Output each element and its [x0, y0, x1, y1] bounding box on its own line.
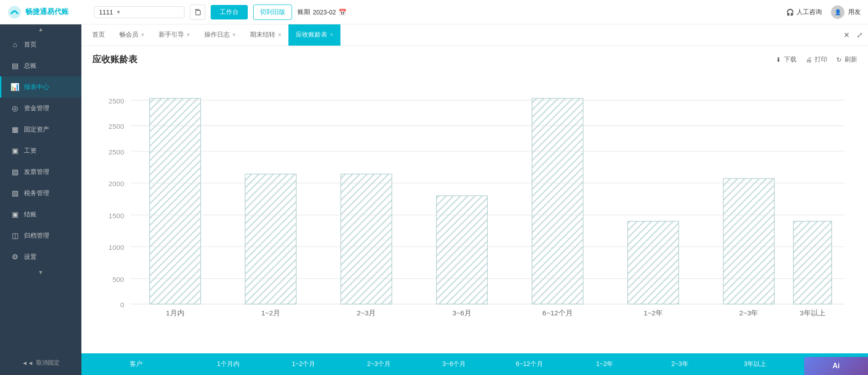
calendar-icon[interactable]: 📅	[339, 9, 346, 16]
tab-home-label: 首页	[92, 31, 105, 39]
print-button[interactable]: 🖨 打印	[806, 56, 827, 64]
bar-5	[532, 98, 583, 304]
invoice-icon: ▨	[10, 168, 19, 176]
sidebar-item-settlement[interactable]: ▣ 结账	[0, 204, 81, 225]
content-area: 首页 畅会员 × 新手引导 × 操作日志 × 期末结转 × 应收账龄表 ×	[81, 24, 868, 375]
sidebar-item-payroll[interactable]: ▣ 工资	[0, 140, 81, 161]
copy-button[interactable]	[190, 5, 205, 20]
assets-icon: ▦	[10, 125, 19, 134]
logo-icon	[7, 5, 22, 19]
user-avatar: 👤	[831, 5, 844, 19]
chevron-down-icon: ▼	[116, 9, 121, 15]
top-header: 畅捷通易代账 1111 ▼ 工作台 切到旧版 账期 2023-02 📅 🎧 人工…	[0, 0, 868, 24]
sidebar-label-tax: 税务管理	[24, 189, 49, 197]
svg-text:1~2月: 1~2月	[261, 309, 280, 317]
tab-period-end[interactable]: 期末结转 ×	[243, 24, 288, 46]
cancel-fixed-label: 取消固定	[36, 359, 60, 367]
logo-text: 畅捷通易代账	[25, 7, 69, 17]
refresh-icon: ↻	[836, 56, 842, 63]
col-1month: 1个月内	[191, 360, 266, 368]
sidebar-scroll-up[interactable]: ▲	[0, 24, 81, 34]
sidebar-item-report-center[interactable]: 📊 报表中心	[0, 76, 81, 98]
copy-icon	[194, 9, 201, 16]
svg-text:2~3年: 2~3年	[739, 309, 758, 317]
download-label: 下载	[784, 56, 797, 64]
refresh-button[interactable]: ↻ 刷新	[836, 56, 857, 64]
col-customer: 客户	[81, 360, 191, 368]
headset-icon: 🎧	[786, 9, 794, 16]
svg-text:1月内: 1月内	[166, 309, 184, 317]
download-icon: ⬇	[776, 56, 781, 63]
tab-expand-button[interactable]: ⤢	[855, 29, 864, 41]
refresh-label: 刷新	[844, 56, 857, 64]
col-2-3month: 2~3个月	[341, 360, 416, 368]
sidebar-label-settings: 设置	[24, 253, 37, 261]
svg-text:2~3月: 2~3月	[357, 309, 376, 317]
sidebar-bottom: ◄◄ 取消固定	[0, 351, 81, 375]
workbench-button[interactable]: 工作台	[211, 5, 248, 19]
svg-text:1~2年: 1~2年	[644, 309, 663, 317]
ai-badge[interactable]: Ai	[804, 357, 868, 375]
company-name: 1111	[99, 9, 113, 16]
sidebar-item-general-ledger[interactable]: ▤ 总账	[0, 55, 81, 76]
sidebar-item-home[interactable]: ⌂ 首页	[0, 34, 81, 55]
period-label: 账期	[297, 8, 310, 16]
col-3-6month: 3~6个月	[416, 360, 491, 368]
download-button[interactable]: ⬇ 下载	[776, 56, 797, 64]
sidebar-scroll-down[interactable]: ▼	[0, 267, 81, 277]
report-icon: 📊	[10, 83, 19, 91]
user-area[interactable]: 👤 用友	[831, 5, 861, 19]
page-actions: ⬇ 下载 🖨 打印 ↻ 刷新	[776, 56, 857, 64]
sidebar-item-fund-management[interactable]: ◎ 资金管理	[0, 98, 81, 119]
bar-1	[150, 98, 201, 304]
tab-member-close[interactable]: ×	[141, 32, 144, 38]
pin-icon: ◄◄	[22, 360, 33, 366]
period-area: 账期 2023-02 📅	[297, 8, 346, 16]
tab-receivable-aging[interactable]: 应收账龄表 ×	[288, 24, 340, 46]
sidebar-label-invoice: 发票管理	[24, 168, 49, 176]
tab-period-end-label: 期末结转	[250, 31, 275, 39]
sidebar-label-fixed-assets: 固定资产	[24, 126, 49, 134]
tab-operation-log[interactable]: 操作日志 ×	[197, 24, 243, 46]
sidebar-item-fixed-assets[interactable]: ▦ 固定资产	[0, 119, 81, 140]
sidebar-item-invoice[interactable]: ▨ 发票管理	[0, 161, 81, 183]
tax-icon: ▧	[10, 189, 19, 197]
tab-operation-log-close[interactable]: ×	[232, 32, 236, 38]
page-content: 应收账龄表 ⬇ 下载 🖨 打印 ↻ 刷新	[81, 46, 868, 375]
tab-guide-close[interactable]: ×	[187, 32, 190, 38]
svg-text:1000: 1000	[108, 244, 124, 251]
tab-guide[interactable]: 新手引导 ×	[151, 24, 197, 46]
user-name: 用友	[848, 8, 861, 16]
sidebar-item-archive[interactable]: ◫ 归档管理	[0, 225, 81, 246]
tab-receivable-aging-close[interactable]: ×	[330, 32, 333, 38]
tab-member[interactable]: 畅会员 ×	[112, 24, 151, 46]
svg-text:1500: 1500	[108, 212, 124, 220]
bar-4	[436, 196, 487, 304]
tab-home[interactable]: 首页	[85, 24, 112, 46]
tab-guide-label: 新手引导	[159, 31, 184, 39]
company-selector[interactable]: 1111 ▼	[94, 6, 184, 18]
sidebar-item-tax[interactable]: ▧ 税务管理	[0, 183, 81, 204]
tab-period-end-close[interactable]: ×	[278, 32, 281, 38]
sidebar-label-settlement: 结账	[24, 211, 37, 219]
tab-receivable-aging-label: 应收账龄表	[296, 31, 327, 39]
sidebar-label-fund-management: 资金管理	[24, 104, 49, 112]
ledger-icon: ▤	[10, 61, 19, 70]
switch-version-button[interactable]: 切到旧版	[253, 5, 292, 20]
sidebar-item-settings[interactable]: ⚙ 设置	[0, 246, 81, 267]
tab-member-label: 畅会员	[119, 31, 138, 39]
col-3year-plus: 3年以上	[717, 360, 793, 368]
sidebar-label-archive: 归档管理	[24, 232, 49, 240]
tab-bar-actions: ✕ ⤢	[842, 29, 864, 41]
svg-rect-1	[196, 10, 200, 15]
sidebar: ▲ ⌂ 首页 ▤ 总账 📊 报表中心 ◎ 资金管理 ▦ 固定资产 ▣ 工资 ▨ …	[0, 24, 81, 375]
svg-text:2500: 2500	[108, 122, 124, 130]
payroll-icon: ▣	[10, 146, 19, 155]
col-2-3year: 2~3年	[642, 360, 717, 368]
consult-button[interactable]: 🎧 人工咨询	[786, 8, 822, 16]
cancel-fixed-button[interactable]: ◄◄ 取消固定	[0, 354, 81, 371]
tab-close-all-button[interactable]: ✕	[842, 29, 851, 41]
print-label: 打印	[815, 56, 827, 64]
svg-text:3年以上: 3年以上	[800, 309, 826, 317]
main-layout: ▲ ⌂ 首页 ▤ 总账 📊 报表中心 ◎ 资金管理 ▦ 固定资产 ▣ 工资 ▨ …	[0, 24, 868, 375]
